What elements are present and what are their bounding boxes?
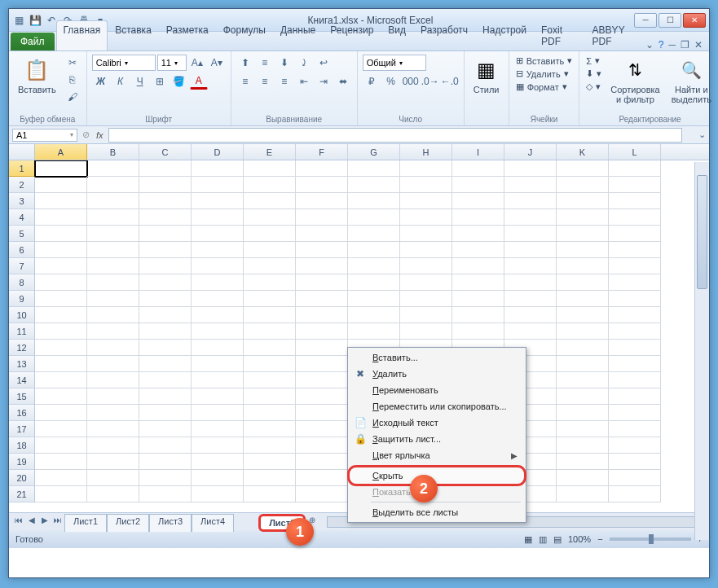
col-header-E[interactable]: E [244, 144, 296, 160]
comma-icon[interactable]: 000 [402, 73, 420, 90]
cell[interactable] [348, 242, 400, 258]
cell[interactable] [557, 291, 609, 307]
cell[interactable] [139, 356, 192, 372]
cell[interactable] [609, 160, 661, 177]
cell[interactable] [504, 177, 557, 193]
cell[interactable] [139, 405, 192, 421]
cell[interactable] [139, 470, 192, 486]
cell[interactable] [348, 226, 400, 242]
cell[interactable] [87, 372, 139, 388]
align-top-icon[interactable]: ⬆ [236, 55, 254, 71]
ribbon-tab-5[interactable]: Рецензир [323, 20, 381, 50]
sheet-tab-Лист1[interactable]: Лист1 [64, 514, 107, 532]
row-header-3[interactable]: 3 [9, 193, 35, 209]
col-header-D[interactable]: D [192, 144, 244, 160]
cell[interactable] [348, 323, 400, 340]
col-header-J[interactable]: J [504, 144, 557, 160]
cell[interactable] [87, 242, 139, 258]
indent-dec-icon[interactable]: ⇤ [295, 73, 313, 90]
cell[interactable] [504, 307, 557, 323]
cell[interactable] [87, 470, 139, 486]
row-header-11[interactable]: 11 [9, 323, 35, 340]
cell[interactable] [557, 258, 609, 274]
cell[interactable] [87, 421, 139, 437]
cell[interactable] [192, 356, 244, 372]
styles-button[interactable]: ▦ Стили [469, 55, 504, 97]
fill-button[interactable]: ⬇▾ [584, 68, 603, 80]
sheet-tab-Лист4[interactable]: Лист4 [192, 514, 234, 532]
cell[interactable] [192, 388, 244, 405]
cell[interactable] [35, 372, 87, 388]
cell[interactable] [35, 454, 87, 470]
cell[interactable] [244, 405, 296, 421]
cell[interactable] [296, 274, 348, 291]
doc-minimize-icon[interactable]: ─ [668, 39, 676, 50]
cell[interactable] [296, 340, 348, 356]
cell[interactable] [87, 486, 139, 502]
doc-close-icon[interactable]: ✕ [694, 39, 703, 50]
wrap-text-icon[interactable]: ↩ [315, 55, 333, 71]
cell[interactable] [35, 323, 87, 340]
row-header-17[interactable]: 17 [9, 421, 35, 437]
zoom-slider[interactable] [610, 538, 691, 541]
merge-icon[interactable]: ⬌ [334, 73, 352, 90]
cell[interactable] [192, 405, 244, 421]
col-header-L[interactable]: L [609, 144, 661, 160]
row-header-2[interactable]: 2 [9, 177, 35, 193]
cell[interactable] [504, 193, 557, 209]
sheet-tab-Лист2[interactable]: Лист2 [107, 514, 149, 532]
cell[interactable] [296, 421, 348, 437]
cell[interactable] [504, 291, 557, 307]
cell[interactable] [244, 177, 296, 193]
row-header-9[interactable]: 9 [9, 291, 35, 307]
cell[interactable] [609, 226, 661, 242]
cell[interactable] [192, 209, 244, 226]
context-menu-item[interactable]: Скрыть [350, 467, 524, 484]
insert-cells-button[interactable]: ⊞Вставить ▾ [514, 55, 575, 67]
cell[interactable] [557, 274, 609, 291]
cell[interactable] [87, 405, 139, 421]
find-select-button[interactable]: 🔍 Найти и выделить [667, 55, 716, 107]
context-menu-item[interactable]: 📄Исходный текст [350, 415, 524, 431]
fill-color-icon[interactable]: 🪣 [170, 73, 188, 90]
cell[interactable] [557, 193, 609, 209]
align-middle-icon[interactable]: ≡ [256, 55, 274, 71]
cell[interactable] [139, 209, 192, 226]
cell[interactable] [452, 177, 504, 193]
cell[interactable] [609, 372, 661, 388]
cell[interactable] [557, 226, 609, 242]
cell[interactable] [192, 340, 244, 356]
cell[interactable] [192, 307, 244, 323]
currency-icon[interactable]: ₽ [363, 73, 381, 90]
cell[interactable] [609, 437, 661, 454]
grow-font-icon[interactable]: A▴ [188, 55, 206, 71]
cell[interactable] [35, 242, 87, 258]
align-bottom-icon[interactable]: ⬇ [275, 55, 293, 71]
cell[interactable] [504, 209, 557, 226]
cell[interactable] [557, 486, 609, 502]
cell[interactable] [348, 258, 400, 274]
inc-decimal-icon[interactable]: .0→ [421, 73, 439, 90]
format-cells-button[interactable]: ▦Формат ▾ [514, 81, 575, 93]
cell[interactable] [557, 242, 609, 258]
cell[interactable] [139, 486, 192, 502]
number-format-select[interactable]: Общий▾ [363, 55, 426, 71]
ribbon-tab-4[interactable]: Данные [273, 20, 323, 50]
cell[interactable] [139, 340, 192, 356]
cell[interactable] [244, 307, 296, 323]
cut-icon[interactable]: ✂ [64, 55, 81, 71]
col-header-H[interactable]: H [400, 144, 452, 160]
cell[interactable] [400, 193, 452, 209]
cell[interactable] [35, 193, 87, 209]
dec-decimal-icon[interactable]: ←.0 [441, 73, 459, 90]
cancel-formula-icon[interactable]: ⊘ [82, 129, 90, 140]
cell[interactable] [35, 356, 87, 372]
cell[interactable] [348, 160, 400, 177]
paste-button[interactable]: 📋 Вставить [14, 55, 60, 97]
col-header-C[interactable]: C [139, 144, 192, 160]
cell[interactable] [504, 258, 557, 274]
sheet-nav-next[interactable]: ▶ [38, 516, 51, 529]
row-header-18[interactable]: 18 [9, 437, 35, 454]
cell[interactable] [87, 454, 139, 470]
cell[interactable] [452, 307, 504, 323]
